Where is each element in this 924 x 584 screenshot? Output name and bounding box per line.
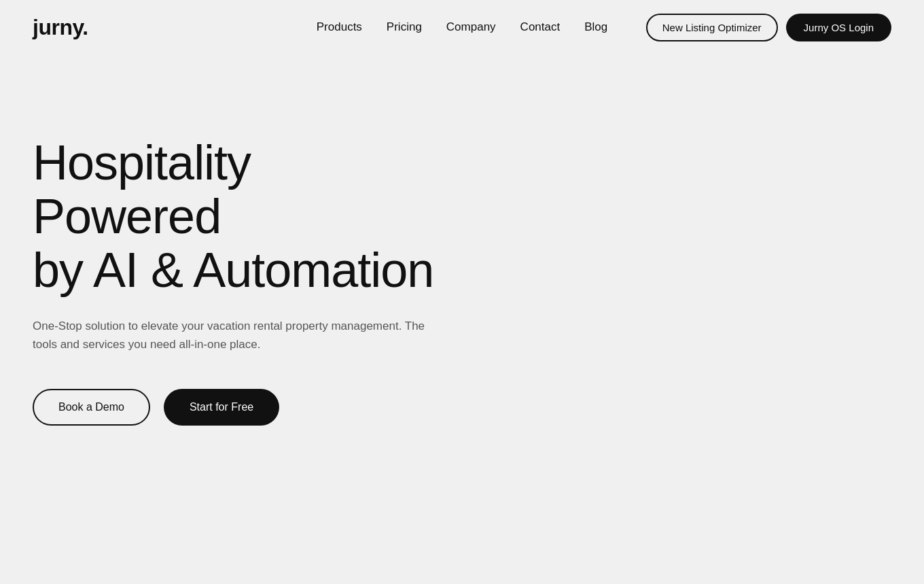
hero-actions: Book a Demo Start for Free: [33, 389, 443, 426]
nav-item-products[interactable]: Products: [317, 20, 362, 34]
header-actions: New Listing Optimizer Jurny OS Login: [646, 14, 891, 41]
hero-section: Hospitality Powered by AI & Automation O…: [0, 54, 924, 426]
site-header: jurny. Products Pricing Company Contact …: [0, 0, 924, 54]
logo[interactable]: jurny.: [33, 15, 88, 40]
start-free-button[interactable]: Start for Free: [164, 389, 279, 426]
new-listing-optimizer-button[interactable]: New Listing Optimizer: [646, 14, 778, 41]
nav-item-blog[interactable]: Blog: [584, 20, 607, 34]
hero-title: Hospitality Powered by AI & Automation: [33, 136, 443, 298]
book-demo-button[interactable]: Book a Demo: [33, 389, 150, 426]
nav-item-contact[interactable]: Contact: [520, 20, 561, 34]
main-nav: Products Pricing Company Contact Blog: [317, 20, 607, 34]
hero-subtitle: One-Stop solution to elevate your vacati…: [33, 317, 440, 354]
nav-item-company[interactable]: Company: [446, 20, 496, 34]
jurny-os-login-button[interactable]: Jurny OS Login: [786, 14, 891, 41]
nav-item-pricing[interactable]: Pricing: [387, 20, 422, 34]
